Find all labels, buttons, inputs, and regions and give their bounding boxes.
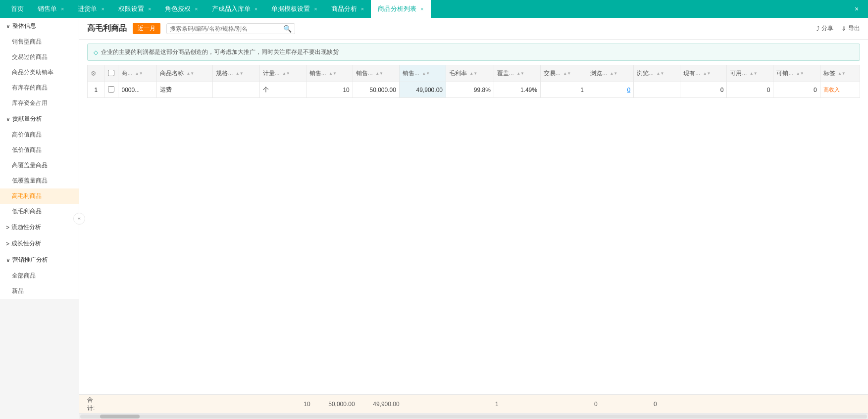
- table-wrapper: ⚙ 商... ▲▼ 商品名称 ▲▼: [79, 65, 868, 394]
- sort-icon-tag: ▲▼: [838, 72, 846, 76]
- sidebar-item-low-coverage[interactable]: 低覆盖量商品: [0, 173, 79, 188]
- nav-close-template[interactable]: ×: [314, 6, 317, 12]
- col-header-saleable-stock[interactable]: 可销... ▲▼: [773, 65, 820, 82]
- nav-item-template[interactable]: 单据模板设置 ×: [264, 0, 324, 18]
- export-icon: ⇓: [841, 25, 846, 32]
- sidebar-item-category-rate[interactable]: 商品分类助销率: [0, 65, 79, 80]
- sort-icon-sales-amount: ▲▼: [375, 72, 383, 76]
- cell-sales-qty: 10: [306, 82, 353, 98]
- window-close-btn[interactable]: ×: [853, 5, 860, 12]
- share-icon: ⤴: [817, 25, 819, 32]
- col-header-transaction[interactable]: 交易... ▲▼: [540, 65, 587, 82]
- nav-close-permission[interactable]: ×: [148, 6, 151, 12]
- sidebar-collapse-btn[interactable]: «: [73, 213, 85, 225]
- sort-icon-saleable-stock: ▲▼: [796, 72, 804, 76]
- search-icon[interactable]: 🔍: [283, 25, 292, 33]
- cell-current-stock: 0: [680, 82, 727, 98]
- cell-sales-amount: 50,000.00: [353, 82, 399, 98]
- col-header-view1[interactable]: 浏览... ▲▼: [587, 65, 634, 82]
- col-header-coverage[interactable]: 覆盖... ▲▼: [494, 65, 540, 82]
- chevron-down-icon-3: ∨: [6, 257, 10, 264]
- col-header-unit[interactable]: 计量... ▲▼: [259, 65, 306, 82]
- col-header-spec[interactable]: 规格... ▲▼: [213, 65, 259, 82]
- sort-icon-sales-profit: ▲▼: [422, 72, 430, 76]
- sidebar-item-sales-goods[interactable]: 销售型商品: [0, 34, 79, 49]
- content-area: 高毛利商品 近一月 🔍 ⤴ 分享 ⇓ 导出 ◇ 企业的主要的利润都是这部分商品创…: [79, 18, 868, 419]
- nav-item-purchase[interactable]: 进货单 ×: [71, 0, 111, 18]
- col-header-current-stock[interactable]: 现有... ▲▼: [680, 65, 727, 82]
- scroll-thumb[interactable]: [100, 415, 140, 419]
- sidebar-item-in-stock[interactable]: 有库存的商品: [0, 80, 79, 95]
- chevron-down-icon-2: ∨: [6, 116, 10, 123]
- main-layout: ∨ 整体信息 销售型商品 交易过的商品 商品分类助销率 有库存的商品 库存资金占…: [0, 18, 868, 419]
- footer-bar: 合计: 10 50,000.00 49,900.00 1 0 0: [79, 394, 868, 413]
- sort-icon-unit: ▲▼: [282, 72, 290, 76]
- sidebar-section-overall[interactable]: ∨ 整体信息: [0, 18, 79, 34]
- sidebar-item-high-value[interactable]: 高价值商品: [0, 127, 79, 142]
- sort-icon-view1: ▲▼: [610, 72, 617, 76]
- sort-icon-spec: ▲▼: [236, 72, 244, 76]
- col-header-margin[interactable]: 毛利率 ▲▼: [446, 65, 494, 82]
- cell-sales-profit: 49,900.00: [399, 82, 446, 98]
- col-header-gear[interactable]: ⚙: [88, 65, 104, 82]
- sidebar-item-new-goods[interactable]: 新品: [0, 283, 79, 299]
- top-navigation: 首页 销售单 × 进货单 × 权限设置 × 角色授权 × 产成品入库单 × 单据…: [0, 0, 868, 18]
- sidebar-section-growth[interactable]: > 成长性分析: [0, 235, 79, 252]
- nav-close-purchase[interactable]: ×: [101, 6, 104, 12]
- filter-recent-month-btn[interactable]: 近一月: [133, 23, 160, 34]
- nav-close-analysis-list[interactable]: ×: [420, 6, 423, 12]
- column-settings-icon[interactable]: ⚙: [91, 70, 97, 77]
- sidebar-item-high-coverage[interactable]: 高覆盖量商品: [0, 158, 79, 173]
- sidebar-item-stock-capital[interactable]: 库存资金占用: [0, 95, 79, 111]
- cell-index: 1: [88, 82, 104, 98]
- cell-tag: 高收入: [820, 82, 860, 98]
- sort-icon-coverage: ▲▼: [516, 72, 524, 76]
- nav-item-analysis[interactable]: 商品分析 ×: [324, 0, 371, 18]
- row-checkbox[interactable]: [108, 86, 114, 93]
- sidebar-item-low-margin[interactable]: 低毛利商品: [0, 204, 79, 219]
- footer-sales-amount: 50,000.00: [310, 401, 355, 408]
- col-header-available-stock[interactable]: 可用... ▲▼: [727, 65, 773, 82]
- col-header-sales-qty[interactable]: 销售... ▲▼: [306, 65, 353, 82]
- nav-item-role[interactable]: 角色授权 ×: [158, 0, 204, 18]
- col-header-name[interactable]: 商品名称 ▲▼: [157, 65, 213, 82]
- chevron-right-icon: >: [6, 224, 9, 231]
- sort-icon-name: ▲▼: [186, 72, 194, 76]
- col-header-sales-amount[interactable]: 销售... ▲▼: [353, 65, 399, 82]
- sidebar-item-traded-goods[interactable]: 交易过的商品: [0, 49, 79, 65]
- table-row: 1 0000... 运费 个 10 50,000.00 49,900.00 99…: [88, 82, 860, 98]
- nav-item-product-inbound[interactable]: 产成品入库单 ×: [205, 0, 264, 18]
- table-header-row: ⚙ 商... ▲▼ 商品名称 ▲▼: [88, 65, 860, 82]
- col-header-tag[interactable]: 标签 ▲▼: [820, 65, 860, 82]
- horizontal-scrollbar[interactable]: [79, 413, 868, 419]
- sidebar-item-high-margin[interactable]: 高毛利商品: [0, 188, 79, 204]
- col-header-sku[interactable]: 商... ▲▼: [118, 65, 157, 82]
- select-all-checkbox[interactable]: [108, 70, 114, 76]
- sidebar-section-contribution[interactable]: ∨ 贡献量分析: [0, 111, 79, 127]
- chevron-down-icon: ∨: [6, 23, 10, 30]
- nav-item-home[interactable]: 首页: [4, 0, 31, 18]
- nav-close-product-inbound[interactable]: ×: [255, 6, 257, 12]
- col-header-sales-profit[interactable]: 销售... ▲▼: [399, 65, 446, 82]
- nav-item-permission[interactable]: 权限设置 ×: [111, 0, 158, 18]
- cell-checkbox[interactable]: [104, 82, 118, 98]
- nav-close-sales[interactable]: ×: [61, 6, 64, 12]
- share-btn[interactable]: ⤴ 分享: [817, 24, 833, 33]
- cell-view1[interactable]: 0: [587, 82, 634, 98]
- sidebar-section-trend[interactable]: > 流趋性分析: [0, 219, 79, 235]
- col-header-view2[interactable]: 浏览... ▲▼: [634, 65, 680, 82]
- nav-item-sales[interactable]: 销售单 ×: [31, 0, 71, 18]
- sort-icon-view2: ▲▼: [657, 72, 664, 76]
- search-input[interactable]: [170, 25, 281, 32]
- sidebar-item-all-goods[interactable]: 全部商品: [0, 268, 79, 283]
- footer-current-stock: 0: [558, 401, 598, 408]
- sidebar-item-low-value[interactable]: 低价值商品: [0, 142, 79, 158]
- scroll-track: [80, 415, 867, 419]
- nav-item-analysis-list[interactable]: 商品分析列表 ×: [371, 0, 430, 18]
- footer-saleable-stock: 0: [627, 401, 657, 408]
- export-btn[interactable]: ⇓ 导出: [841, 24, 860, 33]
- nav-close-role[interactable]: ×: [195, 6, 198, 12]
- nav-close-analysis[interactable]: ×: [361, 6, 364, 12]
- sidebar-section-marketing[interactable]: ∨ 营销推广分析: [0, 252, 79, 268]
- cell-sku-code: 0000...: [118, 82, 157, 98]
